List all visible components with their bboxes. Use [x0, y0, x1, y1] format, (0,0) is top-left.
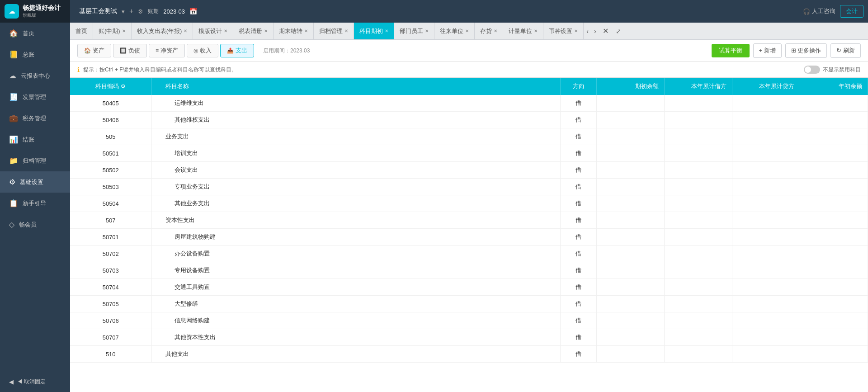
company-dropdown-icon[interactable]: ▾	[122, 8, 125, 15]
toggle-switch[interactable]: 不显示禁用科目	[804, 66, 861, 74]
tab-unit2[interactable]: 计量单位✕	[503, 23, 543, 40]
sidebar-item-archive2[interactable]: 📁 归档管理	[0, 150, 70, 171]
switch-track[interactable]	[804, 66, 820, 74]
tab-close-all-button[interactable]: ✕	[599, 27, 612, 35]
cell-balance-12	[597, 296, 665, 312]
cell-name-7: 资本性支出	[151, 212, 561, 229]
cell-code-7: 507	[70, 212, 151, 229]
cell-dir-12: 借	[561, 296, 597, 312]
tab-close-period-end[interactable]: ✕	[304, 28, 308, 33]
tab-close-subject[interactable]: ✕	[385, 28, 388, 33]
tab-archive[interactable]: 归档管理✕	[314, 23, 354, 40]
tab-dept[interactable]: 部门员工✕	[394, 23, 434, 40]
table-row[interactable]: 50703 专用设备购置 借	[70, 262, 868, 279]
table-row[interactable]: 507 资本性支出 借	[70, 212, 868, 229]
tab-next-button[interactable]: ›	[591, 28, 599, 35]
tab-label-currency: 币种设置	[549, 27, 572, 35]
sidebar-collapse-button[interactable]: ◀ ◀ 取消固定	[0, 372, 70, 392]
settings-icon[interactable]: ⚙	[138, 8, 143, 15]
sidebar-label-reports: 云报表中心	[21, 72, 50, 80]
filter-tab-label-expense: 支出	[236, 47, 247, 55]
tab-close-income[interactable]: ✕	[184, 28, 187, 33]
table-row[interactable]: 50501 培训支出 借	[70, 145, 868, 162]
table-row[interactable]: 50502 会议支出 借	[70, 162, 868, 179]
add-tab-icon[interactable]: +	[129, 7, 133, 15]
tab-prev-button[interactable]: ‹	[584, 28, 591, 35]
sidebar-icon-ledger: 📒	[9, 50, 18, 59]
table-row[interactable]: 50405 运维维支出 借	[70, 95, 868, 112]
table-row[interactable]: 50503 专项业务支出 借	[70, 179, 868, 195]
sidebar-item-tax[interactable]: 💼 税务管理	[0, 108, 70, 129]
tab-stock[interactable]: 存货✕	[475, 23, 503, 40]
filter-tab-income2[interactable]: ◎收入	[187, 44, 218, 57]
table-row[interactable]: 50701 房屋建筑物购建 借	[70, 229, 868, 246]
tab-template[interactable]: 模版设计✕	[193, 23, 233, 40]
table-row[interactable]: 50706 信息网络购建 借	[70, 312, 868, 329]
cell-balance-11	[597, 279, 665, 296]
tab-close-unit2[interactable]: ✕	[534, 28, 538, 33]
cell-balance-8	[597, 229, 665, 246]
calendar-icon[interactable]: 📅	[189, 8, 197, 15]
tab-close-tax[interactable]: ✕	[264, 28, 268, 33]
tab-close-template[interactable]: ✕	[224, 28, 227, 33]
filter-tab-liability[interactable]: 🔲负债	[113, 44, 147, 57]
cell-credit-4	[732, 162, 800, 179]
tab-close-unit[interactable]: ✕	[465, 28, 469, 33]
tab-bar: 首页账(中期)✕收入支出表(年报)✕模版设计✕税表清册✕期末结转✕归档管理✕科目…	[70, 23, 868, 40]
tab-close-period[interactable]: ✕	[122, 28, 126, 33]
table-row[interactable]: 50707 其他资本性支出 借	[70, 329, 868, 346]
refresh-button[interactable]: ↻ 刷新	[830, 43, 861, 58]
tab-home[interactable]: 首页	[70, 23, 93, 40]
sidebar-item-reports[interactable]: ☁ 云报表中心	[0, 65, 70, 86]
table-row[interactable]: 50406 其他维权支出 借	[70, 112, 868, 128]
cell-credit-11	[732, 279, 800, 296]
table-row[interactable]: 50704 交通工具购置 借	[70, 279, 868, 296]
sidebar-item-member[interactable]: ◇ 畅会员	[0, 214, 70, 235]
cell-debit-4	[665, 162, 732, 179]
cell-name-12: 大型修缮	[151, 296, 561, 312]
table-row[interactable]: 510 其他支出 借	[70, 346, 868, 363]
table-row[interactable]: 50705 大型修缮 借	[70, 296, 868, 312]
column-settings-icon[interactable]: ⚙	[121, 83, 126, 90]
filter-tab-expense[interactable]: 📤支出	[220, 44, 254, 57]
table-row[interactable]: 505 业务支出 借	[70, 128, 868, 145]
table-row[interactable]: 50504 其他业务支出 借	[70, 195, 868, 212]
service-button[interactable]: 🎧 人工咨询	[803, 7, 835, 15]
tab-subject[interactable]: 科目期初✕	[354, 23, 394, 40]
sidebar-item-ledger[interactable]: 📒 总账	[0, 44, 70, 65]
tab-tax[interactable]: 税表清册✕	[233, 23, 274, 40]
calc-balance-button[interactable]: 试算平衡	[712, 44, 750, 57]
sidebar-label-guide: 新手引导	[23, 199, 46, 208]
tab-income[interactable]: 收入支出表(年报)✕	[132, 23, 193, 40]
sidebar-item-invoice[interactable]: 🧾 发票管理	[0, 86, 70, 108]
sidebar-item-settings[interactable]: ⚙ 基础设置	[0, 171, 70, 193]
tab-maximize-button[interactable]: ⤢	[612, 28, 625, 35]
table-row[interactable]: 50702 办公设备购置 借	[70, 246, 868, 262]
cell-balance-15	[597, 346, 665, 363]
tab-close-stock[interactable]: ✕	[494, 28, 497, 33]
tab-close-currency[interactable]: ✕	[574, 28, 578, 33]
filter-tab-asset[interactable]: 🏠资产	[77, 44, 111, 57]
user-button[interactable]: 会计	[840, 5, 863, 18]
tab-currency[interactable]: 币种设置✕	[543, 23, 584, 40]
add-button[interactable]: + 新增	[753, 43, 782, 58]
sidebar-item-home[interactable]: 🏠 首页	[0, 23, 70, 44]
tab-close-dept[interactable]: ✕	[425, 28, 429, 33]
tab-period-end[interactable]: 期末结转✕	[274, 23, 314, 40]
tab-close-archive[interactable]: ✕	[344, 28, 348, 33]
sidebar-item-guide[interactable]: 📋 新手引导	[0, 193, 70, 214]
more-actions-button[interactable]: ⊞ 更多操作	[785, 43, 827, 58]
cell-balance-6	[597, 195, 665, 212]
sidebar-item-settlement[interactable]: 📊 结账	[0, 129, 70, 150]
filter-tab-net-asset[interactable]: ≡净资产	[149, 44, 185, 57]
cell-name-8: 房屋建筑物购建	[151, 229, 561, 246]
sidebar-label-ledger: 总账	[23, 51, 34, 59]
tab-unit[interactable]: 往来单位✕	[434, 23, 475, 40]
tab-period[interactable]: 账(中期)✕	[93, 23, 132, 40]
company-name: 基层工会测试	[79, 7, 117, 15]
cell-year-balance-11	[800, 279, 868, 296]
period-value: 2023-03	[163, 8, 185, 15]
cell-code-12: 50705	[70, 296, 151, 312]
sidebar-label-settings: 基础设置	[20, 178, 43, 186]
cell-code-13: 50706	[70, 312, 151, 329]
